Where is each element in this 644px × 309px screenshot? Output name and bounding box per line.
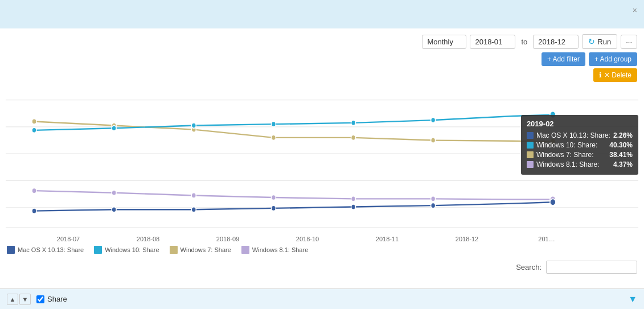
add-group-button[interactable]: + Add group bbox=[589, 52, 637, 66]
datapoint bbox=[32, 119, 36, 124]
legend-color-win7 bbox=[170, 246, 178, 254]
legend-item-1: Windows 10: Share bbox=[94, 246, 159, 254]
down-arrow-button[interactable]: ▼ bbox=[19, 294, 31, 305]
tooltip-val-win81: 4.37% bbox=[613, 160, 633, 168]
toolbar-row: Monthly Daily Weekly Yearly 2018-01 2018… bbox=[0, 28, 644, 51]
tooltip-label-win81: Windows 8.1: Share: bbox=[536, 160, 600, 168]
datapoint bbox=[431, 138, 436, 143]
chart-area: 2019-02 Mac OS X 10.13: Share: 2.26% Win… bbox=[0, 86, 644, 234]
datapoint bbox=[191, 123, 196, 128]
run-button[interactable]: ↻ Run bbox=[582, 34, 617, 49]
search-label: Search: bbox=[516, 263, 542, 271]
tooltip-date: 2019-02 bbox=[527, 120, 633, 128]
top-bar: × bbox=[0, 0, 644, 28]
tooltip-color-win10 bbox=[527, 142, 534, 149]
share-checkbox[interactable] bbox=[36, 295, 44, 303]
datapoint bbox=[112, 190, 116, 195]
x-label-0: 2018-07 bbox=[28, 236, 108, 242]
to-date-select[interactable]: 2018-12 2018-11 2019-02 bbox=[533, 35, 579, 49]
datapoint bbox=[32, 208, 36, 213]
datapoint bbox=[32, 127, 36, 133]
datapoint bbox=[351, 204, 356, 209]
legend-label-win7: Windows 7: Share bbox=[181, 246, 231, 253]
tooltip-val-win10: 40.30% bbox=[609, 141, 633, 149]
legend-item-2: Windows 7: Share bbox=[170, 246, 231, 254]
legend-color-win81 bbox=[241, 246, 249, 254]
delete-row: ℹ ✕ Delete bbox=[0, 67, 644, 85]
to-date-select-wrapper: 2018-12 2018-11 2019-02 bbox=[533, 35, 579, 49]
x-axis-labels: 2018-07 2018-08 2018-09 2018-10 2018-11 … bbox=[0, 236, 644, 242]
datapoint bbox=[112, 207, 116, 212]
tooltip-val-macosx: 2.26% bbox=[613, 131, 633, 139]
x-label-5: 2018-12 bbox=[427, 236, 507, 242]
datapoint bbox=[351, 120, 356, 125]
period-select[interactable]: Monthly Daily Weekly Yearly bbox=[422, 35, 466, 49]
x-label-4: 2018-11 bbox=[347, 236, 427, 242]
legend-label-macosx: Mac OS X 10.13: Share bbox=[18, 246, 84, 253]
search-input[interactable] bbox=[546, 261, 637, 274]
datapoint bbox=[32, 188, 36, 193]
datapoint bbox=[191, 193, 196, 198]
x-label-3: 2018-10 bbox=[268, 236, 347, 242]
datapoint bbox=[191, 207, 196, 212]
legend-label-win81: Windows 8.1: Share bbox=[252, 246, 308, 253]
datapoint bbox=[112, 126, 116, 131]
datapoint bbox=[271, 205, 276, 211]
legend-item-3: Windows 8.1: Share bbox=[241, 246, 308, 254]
search-row: Search: bbox=[0, 257, 644, 277]
datapoint bbox=[431, 196, 436, 201]
legend-label-win10: Windows 10: Share bbox=[105, 246, 159, 253]
share-checkbox-wrapper: Share bbox=[36, 295, 67, 303]
datapoint bbox=[351, 135, 356, 140]
tooltip-row-macosx: Mac OS X 10.13: Share: 2.26% bbox=[527, 131, 633, 139]
info-icon: ℹ bbox=[599, 71, 602, 79]
filter-row: + Add filter + Add group bbox=[0, 51, 644, 67]
datapoint bbox=[351, 196, 356, 201]
add-filter-button[interactable]: + Add filter bbox=[542, 52, 585, 66]
to-label: to bbox=[521, 38, 527, 46]
from-date-select-wrapper: 2018-01 2018-02 2018-06 2018-07 bbox=[470, 35, 515, 49]
bottom-right-arrow[interactable]: ▼ bbox=[628, 294, 637, 304]
x-label-6: 201… bbox=[507, 236, 586, 242]
datapoint bbox=[271, 121, 276, 126]
tooltip-label-macosx: Mac OS X 10.13: Share: bbox=[536, 131, 610, 139]
tooltip-row-win81: Windows 8.1: Share: 4.37% bbox=[527, 160, 633, 168]
datapoint bbox=[431, 203, 436, 208]
datapoint bbox=[550, 199, 556, 205]
tooltip-color-macosx bbox=[527, 132, 534, 139]
close-button[interactable]: × bbox=[633, 6, 637, 15]
delete-button[interactable]: ℹ ✕ Delete bbox=[593, 68, 637, 82]
share-label: Share bbox=[47, 295, 67, 303]
tooltip-label-win7: Windows 7: Share: bbox=[536, 151, 594, 159]
legend-color-win10 bbox=[94, 246, 102, 254]
chart-tooltip: 2019-02 Mac OS X 10.13: Share: 2.26% Win… bbox=[521, 115, 638, 175]
tooltip-color-win7 bbox=[527, 151, 534, 158]
tooltip-color-win81 bbox=[527, 161, 534, 168]
tooltip-row-win7: Windows 7: Share: 38.41% bbox=[527, 151, 633, 159]
run-label: Run bbox=[597, 38, 611, 46]
datapoint bbox=[271, 195, 276, 200]
page-wrapper: × Monthly Daily Weekly Yearly 2018-01 20… bbox=[0, 0, 644, 309]
tooltip-row-win10: Windows 10: Share: 40.30% bbox=[527, 141, 633, 149]
from-date-select[interactable]: 2018-01 2018-02 2018-06 2018-07 bbox=[470, 35, 515, 49]
more-button[interactable]: ··· bbox=[621, 35, 637, 49]
bottom-arrows: ▲ ▼ bbox=[7, 294, 31, 305]
tooltip-val-win7: 38.41% bbox=[609, 151, 633, 159]
up-arrow-button[interactable]: ▲ bbox=[7, 294, 18, 305]
bottom-bar: ▲ ▼ Share ▼ bbox=[0, 289, 644, 309]
legend-row: Mac OS X 10.13: Share Windows 10: Share … bbox=[0, 242, 644, 257]
legend-color-macosx bbox=[7, 246, 15, 254]
tooltip-label-win10: Windows 10: Share: bbox=[536, 141, 597, 149]
legend-item-0: Mac OS X 10.13: Share bbox=[7, 246, 84, 254]
period-select-wrapper: Monthly Daily Weekly Yearly bbox=[422, 35, 466, 49]
x-label-1: 2018-08 bbox=[108, 236, 188, 242]
x-label-2: 2018-09 bbox=[188, 236, 268, 242]
datapoint bbox=[431, 117, 436, 122]
delete-label: ✕ Delete bbox=[604, 71, 631, 79]
datapoint bbox=[271, 135, 276, 140]
refresh-icon: ↻ bbox=[588, 37, 595, 46]
